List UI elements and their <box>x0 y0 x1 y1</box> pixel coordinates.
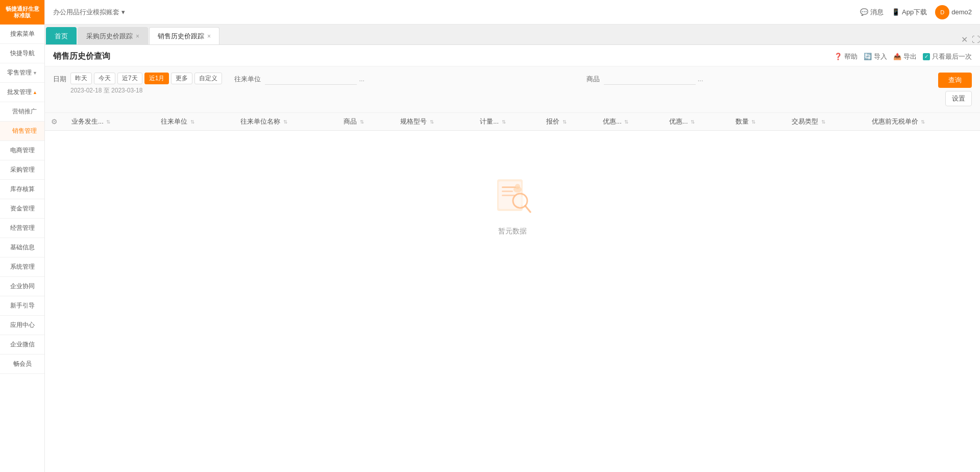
table-col-counterpart-name[interactable]: 往来单位名称 ⇅ <box>234 113 337 131</box>
table-col-trade-type[interactable]: 交易类型 ⇅ <box>786 113 865 131</box>
table-col-trade-type-label: 交易类型 <box>792 117 818 125</box>
table-col-quoted-price[interactable]: 报价 ⇅ <box>540 113 597 131</box>
date-filter-group: 日期 昨天 今天 近7天 近1月 更多 自定义 2023-02-18 至 202… <box>53 73 222 95</box>
product-dots-icon[interactable]: ... <box>698 75 703 83</box>
sales-mgmt-label: 销售管理 <box>12 127 37 135</box>
empty-state: 暂元数据 <box>45 131 980 277</box>
operation-mgmt-label: 经营管理 <box>10 224 35 232</box>
date-btn-custom[interactable]: 自定义 <box>194 73 222 84</box>
sidebar-item-operation-mgmt[interactable]: 经营管理 <box>0 219 44 238</box>
sidebar-item-guide[interactable]: 新手引导 <box>0 296 44 316</box>
date-btn-yesterday[interactable]: 昨天 <box>70 73 92 84</box>
sort-arrows-counterpart-name: ⇅ <box>283 119 287 125</box>
sidebar-item-inventory[interactable]: 库存核算 <box>0 180 44 199</box>
table-col-unit-label: 计量... <box>480 117 499 125</box>
sidebar-item-enterprise-wechat[interactable]: 企业微信 <box>0 335 44 355</box>
help-icon: ❓ <box>834 53 842 60</box>
sidebar-item-system-mgmt[interactable]: 系统管理 <box>0 257 44 277</box>
counterpart-dots-icon[interactable]: ... <box>359 75 364 83</box>
product-filter-group: 商品 ... <box>586 73 926 85</box>
topbar-actions: 💬 消息 📱 App下载 D demo2 <box>860 5 972 19</box>
table-col-discount2-label: 优惠... <box>669 117 688 125</box>
table-col-counterpart-name-label: 往来单位名称 <box>240 117 280 125</box>
sidebar-item-quick-nav[interactable]: 快捷导航 <box>0 44 44 63</box>
table-col-pre-tax-price-label: 优惠前无税单价 <box>872 117 918 125</box>
table-col-pre-tax-price[interactable]: 优惠前无税单价 ⇅ <box>866 113 980 131</box>
inventory-label: 库存核算 <box>10 185 35 194</box>
tab-purchase-history[interactable]: 采购历史价跟踪 × <box>78 27 148 44</box>
sidebar-item-app-center[interactable]: 应用中心 <box>0 316 44 335</box>
tab-sales-history[interactable]: 销售历史价跟踪 × <box>149 27 219 44</box>
sort-arrows-spec: ⇅ <box>430 119 434 125</box>
tab-home[interactable]: 首页 <box>46 27 77 44</box>
query-button[interactable]: 查询 <box>938 73 972 88</box>
sidebar-item-ecommerce-mgmt[interactable]: 电商管理 <box>0 141 44 160</box>
page-header-actions: ❓ 帮助 🔄 导入 📤 导出 ✓ 只看最后一次 <box>834 52 972 61</box>
date-btn-today[interactable]: 今天 <box>94 73 115 84</box>
logo-text: 畅捷通好生意 <box>6 6 39 12</box>
table-col-discount1[interactable]: 优惠... ⇅ <box>597 113 663 131</box>
sidebar-item-sales-mgmt[interactable]: 销售管理 <box>0 122 44 141</box>
sidebar-item-finance-mgmt[interactable]: 资金管理 <box>0 199 44 219</box>
table-col-counterpart-code-label: 往来单位 <box>161 117 187 125</box>
table-col-spec[interactable]: 规格型号 ⇅ <box>394 113 474 131</box>
table-col-settings: ⚙ <box>45 113 65 131</box>
user-profile-action[interactable]: D demo2 <box>935 5 972 19</box>
ecommerce-mgmt-label: 电商管理 <box>10 146 35 155</box>
table-col-discount2[interactable]: 优惠... ⇅ <box>663 113 729 131</box>
message-action[interactable]: 💬 消息 <box>860 8 884 17</box>
topbar-dropdown-icon[interactable]: ▾ <box>121 8 125 16</box>
finance-mgmt-label: 资金管理 <box>10 204 35 213</box>
date-btn-7days[interactable]: 近7天 <box>117 73 142 84</box>
sidebar-item-purchase-mgmt[interactable]: 采购管理 <box>0 160 44 180</box>
settings-button[interactable]: 设置 <box>945 91 972 106</box>
sort-arrows-discount2: ⇅ <box>691 119 695 125</box>
only-last-label: 只看最后一次 <box>932 52 972 61</box>
table-container: ⚙ 业务发生... ⇅ 往来单位 ⇅ 往来单位名称 ⇅ <box>45 113 980 131</box>
purchase-mgmt-label: 采购管理 <box>10 166 35 174</box>
table-col-product[interactable]: 商品 ⇅ <box>337 113 394 131</box>
tab-purchase-history-close-icon[interactable]: × <box>136 33 139 40</box>
wholesale-mgmt-label: 批发管理 <box>7 88 32 97</box>
sidebar-item-marketing[interactable]: 营销推广 <box>0 102 44 122</box>
empty-doc-svg <box>489 174 535 220</box>
tabbar: 首页 采购历史价跟踪 × 销售历史价跟踪 × ✕ ⛶ <box>45 25 980 45</box>
table-col-business-date[interactable]: 业务发生... ⇅ <box>65 113 155 131</box>
sort-arrows-business-date: ⇅ <box>106 119 110 125</box>
user-avatar: D <box>935 5 949 19</box>
main-area: 办公用品行业模拟账套 ▾ 💬 消息 📱 App下载 D demo2 首页 <box>45 0 980 472</box>
app-download-action[interactable]: 📱 App下载 <box>892 8 927 17</box>
enterprise-collab-label: 企业协同 <box>10 282 35 291</box>
window-maximize-icon[interactable]: ⛶ <box>972 35 980 44</box>
sidebar-item-enterprise-collab[interactable]: 企业协同 <box>0 277 44 296</box>
only-last-checkbox-label[interactable]: ✓ 只看最后一次 <box>923 52 972 61</box>
sidebar-item-wholesale-mgmt[interactable]: 批发管理 ▲ <box>0 83 44 102</box>
counterpart-filter-group: 往来单位 ... <box>234 73 574 85</box>
topbar-title: 办公用品行业模拟账套 ▾ <box>53 8 854 17</box>
table-col-quantity[interactable]: 数量 ⇅ <box>729 113 786 131</box>
tab-sales-history-close-icon[interactable]: × <box>207 33 211 40</box>
export-action[interactable]: 📤 导出 <box>893 52 917 61</box>
date-buttons: 昨天 今天 近7天 近1月 更多 自定义 <box>70 73 222 84</box>
sidebar-item-basic-info[interactable]: 基础信息 <box>0 238 44 257</box>
empty-illustration <box>487 172 538 223</box>
help-action[interactable]: ❓ 帮助 <box>834 52 857 61</box>
window-close-icon[interactable]: ✕ <box>961 35 968 44</box>
table-col-spec-label: 规格型号 <box>400 117 427 125</box>
counterpart-input[interactable] <box>265 73 357 85</box>
product-filter-label: 商品 <box>586 73 600 84</box>
content-area: 销售历史价查询 ❓ 帮助 🔄 导入 📤 导出 ✓ 只看最后一次 <box>45 45 980 472</box>
product-input[interactable] <box>604 73 696 85</box>
table-settings-icon[interactable]: ⚙ <box>51 117 58 126</box>
date-filter-label: 日期 <box>53 73 66 84</box>
table-col-counterpart-code[interactable]: 往来单位 ⇅ <box>155 113 234 131</box>
table-col-unit[interactable]: 计量... ⇅ <box>474 113 540 131</box>
filter-right-actions: 查询 设置 <box>938 73 972 106</box>
date-btn-1month[interactable]: 近1月 <box>144 73 169 84</box>
sidebar-item-retail-mgmt[interactable]: 零售管理 ▼ <box>0 63 44 83</box>
import-action[interactable]: 🔄 导入 <box>864 52 887 61</box>
date-btn-more[interactable]: 更多 <box>171 73 192 84</box>
sidebar-item-member[interactable]: 畅会员 <box>0 355 44 374</box>
export-label: 导出 <box>903 52 917 61</box>
sidebar-item-search-menu[interactable]: 搜索菜单 <box>0 25 44 44</box>
